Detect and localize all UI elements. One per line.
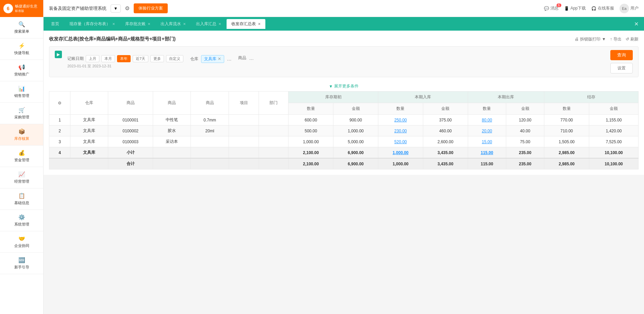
out-qty-link[interactable]: 80.00 bbox=[482, 118, 492, 122]
subtotal-out-qty-link[interactable]: 115.00 bbox=[481, 150, 493, 155]
sidebar-item-basic[interactable]: 📋 基础信息 bbox=[0, 188, 43, 210]
online-service-action[interactable]: 🎧 在线客服 bbox=[591, 5, 614, 11]
sidebar-item-newuser[interactable]: 🆕 新手引导 bbox=[0, 253, 43, 274]
col-open-amt: 金额 bbox=[333, 103, 378, 115]
in-qty-link[interactable]: 250.00 bbox=[394, 118, 407, 122]
subtotal-in-qty[interactable]: 1,000.00 bbox=[378, 147, 423, 159]
sidebar-item-system[interactable]: ⚙️ 系统管理 bbox=[0, 210, 43, 231]
date-btn-7days[interactable]: 近7天 bbox=[133, 55, 148, 62]
subtotal-in-qty-link[interactable]: 1,000.00 bbox=[393, 150, 409, 155]
expand-row: ▼ 展开更多条件 bbox=[49, 81, 639, 91]
row-out-qty[interactable]: 80.00 bbox=[468, 115, 506, 126]
sidebar-item-purchase[interactable]: 🛒 采购管理 bbox=[0, 103, 43, 124]
subtotal-label: 小计 bbox=[108, 147, 153, 159]
row-spec: 20ml bbox=[191, 126, 229, 136]
warehouse-label: 仓库 bbox=[190, 56, 198, 62]
sidebar-item-inventory[interactable]: 📦 库存核算 bbox=[0, 124, 43, 146]
dropdown-arrow-icon: ▼ bbox=[114, 6, 118, 11]
row-in-qty[interactable]: 230.00 bbox=[378, 126, 423, 136]
row-open-qty: 500.00 bbox=[288, 126, 333, 136]
tab-close-icon[interactable]: ✕ bbox=[218, 22, 221, 26]
row-project bbox=[229, 126, 259, 136]
tab-recv-summary-label: 收发存汇总表 bbox=[231, 21, 256, 27]
message-action[interactable]: 💬 消息 6 bbox=[544, 5, 559, 11]
tab-batch[interactable]: 库存批次账 ✕ bbox=[120, 19, 155, 29]
row-in-qty[interactable]: 520.00 bbox=[378, 136, 423, 147]
print-btn[interactable]: 🖨 拆锁版打印 ▼ bbox=[575, 36, 606, 42]
app-download-action[interactable]: 📱 App下载 bbox=[564, 5, 586, 11]
in-qty-link[interactable]: 520.00 bbox=[394, 139, 407, 144]
col-settings-header[interactable]: ⚙ bbox=[49, 92, 70, 115]
row-warehouse: 文具库 bbox=[70, 115, 108, 126]
sidebar-item-enterprise[interactable]: 🤝 企业协同 bbox=[0, 231, 43, 253]
warehouse-tag-close-icon[interactable]: ✕ bbox=[218, 56, 221, 61]
out-qty-link[interactable]: 20.00 bbox=[482, 129, 492, 133]
row-out-amt: 120.00 bbox=[506, 115, 544, 126]
row-spec: 0.7mm bbox=[191, 115, 229, 126]
row-out-qty[interactable]: 20.00 bbox=[468, 126, 506, 136]
subtotal-warehouse: 文具库 bbox=[70, 147, 108, 159]
sidebar-item-search[interactable]: 🔍 搜索菜单 bbox=[0, 17, 43, 38]
warehouse-tag[interactable]: 文具库 ✕ bbox=[201, 55, 224, 63]
date-btn-custom[interactable]: 自定义 bbox=[166, 55, 183, 62]
subtotal-bal-qty: 2,985.00 bbox=[544, 147, 589, 159]
subtotal-out-amt: 235.00 bbox=[506, 147, 544, 159]
tab-flow[interactable]: 出入库流水 ✕ bbox=[156, 19, 191, 29]
expand-btn[interactable]: ▼ 展开更多条件 bbox=[329, 83, 359, 89]
sidebar-item-label: 快捷导航 bbox=[14, 50, 29, 55]
tab-home[interactable]: 首页 bbox=[46, 19, 64, 29]
experience-btn[interactable]: 体验行业方案 bbox=[134, 3, 168, 13]
sidebar: 6 畅捷通好生意 标准版 🔍 搜索菜单 ⚡ 快捷导航 📢 营销推广 📊 销售管理… bbox=[0, 0, 44, 314]
sidebar-item-marketing[interactable]: 📢 营销推广 bbox=[0, 60, 43, 81]
subtotal-bal-amt: 10,100.00 bbox=[589, 147, 639, 159]
gear-icon[interactable]: ⚙ bbox=[125, 5, 130, 12]
setting-btn[interactable]: 设置 bbox=[610, 63, 633, 73]
row-in-qty[interactable]: 250.00 bbox=[378, 115, 423, 126]
subtotal-out-qty[interactable]: 115.00 bbox=[468, 147, 506, 159]
tab-summary-inout[interactable]: 出入库汇总 ✕ bbox=[191, 19, 226, 29]
row-out-qty[interactable]: 15.00 bbox=[468, 136, 506, 147]
col-out-amt: 金额 bbox=[506, 103, 544, 115]
filter-toggle-btn[interactable]: ▶ bbox=[55, 51, 62, 58]
tab-current-stock[interactable]: 现存量（库存分布表） ✕ bbox=[65, 19, 120, 29]
date-btn-thismonth[interactable]: 本月 bbox=[101, 55, 115, 62]
tab-close-icon[interactable]: ✕ bbox=[258, 22, 261, 26]
in-qty-link[interactable]: 230.00 bbox=[394, 129, 407, 133]
col-in-qty: 数量 bbox=[378, 103, 423, 115]
tab-close-icon[interactable]: ✕ bbox=[183, 22, 186, 26]
tab-recv-summary[interactable]: 收发存汇总表 ✕ bbox=[227, 19, 265, 29]
out-qty-link[interactable]: 15.00 bbox=[482, 139, 492, 144]
tab-close-icon[interactable]: ✕ bbox=[148, 22, 150, 26]
goods-filter: 商品 ... bbox=[238, 55, 253, 61]
query-btn[interactable]: 查询 bbox=[610, 50, 633, 60]
total-label-cell bbox=[49, 158, 108, 169]
subtotal-open-amt: 6,900.00 bbox=[333, 147, 378, 159]
goods-more-icon[interactable]: ... bbox=[249, 55, 253, 61]
user-action[interactable]: Ea 用户 bbox=[620, 4, 639, 13]
warehouse-more-icon[interactable]: ... bbox=[227, 56, 231, 62]
col-out-header: 本期出库 bbox=[468, 92, 544, 103]
total-open-qty: 2,100.00 bbox=[288, 158, 333, 169]
tabbar-close-icon[interactable]: ✕ bbox=[631, 21, 641, 27]
sidebar-item-quicknav[interactable]: ⚡ 快捷导航 bbox=[0, 38, 43, 60]
handshake-icon: 🤝 bbox=[18, 235, 25, 242]
date-btn-more[interactable]: 更多 bbox=[150, 55, 164, 62]
tab-home-label: 首页 bbox=[51, 21, 59, 27]
table-settings-icon[interactable]: ⚙ bbox=[58, 101, 62, 105]
export-btn[interactable]: ↑ 导出 bbox=[610, 36, 622, 42]
sidebar-item-finance[interactable]: 💰 资金管理 bbox=[0, 146, 43, 167]
sidebar-item-management[interactable]: 📈 经营管理 bbox=[0, 167, 43, 188]
system-dropdown[interactable]: ▼ bbox=[111, 4, 121, 13]
total-out-amt: 235.00 bbox=[506, 158, 544, 169]
date-btn-thisyear[interactable]: 本年 bbox=[117, 55, 131, 62]
subtotal-empty2 bbox=[191, 147, 229, 159]
row-dept bbox=[259, 126, 288, 136]
refresh-btn[interactable]: ↺ 刷新 bbox=[626, 36, 639, 42]
total-empty4 bbox=[259, 158, 288, 169]
tab-summary-inout-label: 出入库汇总 bbox=[196, 21, 216, 27]
table-row: 2 文具库 0100002 胶水 20ml 500.00 1,000.00 23… bbox=[49, 126, 639, 136]
sidebar-item-label: 搜索菜单 bbox=[14, 29, 29, 34]
sidebar-item-sales[interactable]: 📊 销售管理 bbox=[0, 81, 43, 103]
tab-close-icon[interactable]: ✕ bbox=[112, 22, 115, 26]
date-btn-lastmonth[interactable]: 上月 bbox=[86, 55, 99, 62]
